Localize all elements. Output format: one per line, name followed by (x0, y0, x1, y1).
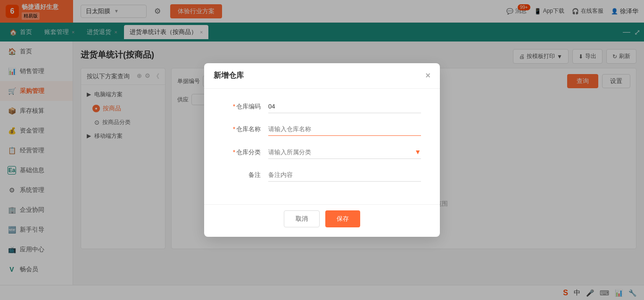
warehouse-category-label: *仓库分类 (223, 148, 261, 157)
warehouse-name-label: *仓库名称 (223, 125, 261, 133)
new-warehouse-dialog: 新增仓库 × *仓库编码 *仓库名称 *仓库分类 (204, 63, 440, 237)
warehouse-code-input[interactable] (268, 100, 421, 113)
warehouse-code-row: *仓库编码 (223, 100, 421, 113)
remark-row: 备注 (223, 168, 421, 182)
warehouse-name-row: *仓库名称 (223, 123, 421, 136)
category-dropdown-icon: ▼ (414, 148, 421, 156)
remark-label: 备注 (223, 171, 261, 179)
save-button[interactable]: 保存 (325, 210, 360, 227)
cancel-button[interactable]: 取消 (284, 210, 320, 227)
dialog-close-button[interactable]: × (425, 71, 430, 81)
dialog-header: 新增仓库 × (204, 63, 440, 89)
warehouse-category-row: *仓库分类 ▼ (223, 145, 421, 159)
modal-overlay: 新增仓库 × *仓库编码 *仓库名称 *仓库分类 (0, 0, 644, 300)
remark-input[interactable] (268, 168, 421, 182)
warehouse-category-select-wrapper[interactable]: ▼ (268, 145, 421, 159)
warehouse-category-input[interactable] (268, 149, 413, 156)
dialog-body: *仓库编码 *仓库名称 *仓库分类 ▼ (204, 89, 440, 202)
dialog-footer: 取消 保存 (204, 204, 440, 237)
dialog-title: 新增仓库 (214, 71, 244, 81)
warehouse-name-input[interactable] (268, 123, 421, 136)
warehouse-code-label: *仓库编码 (223, 102, 261, 111)
